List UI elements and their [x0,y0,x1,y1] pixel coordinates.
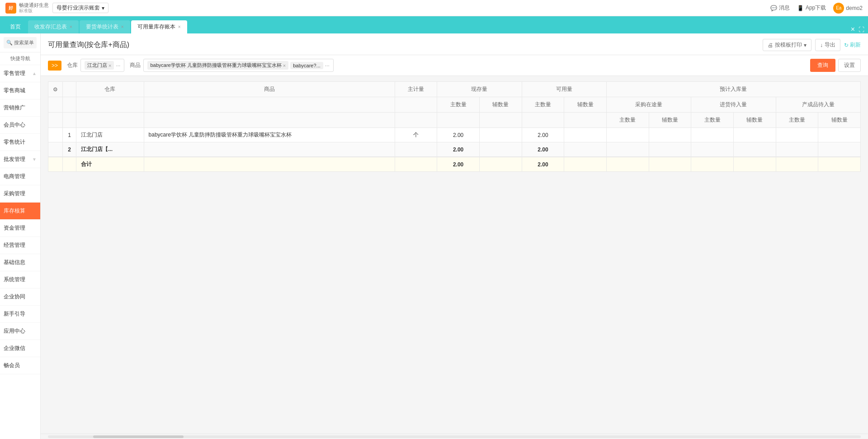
tab-home[interactable]: 首页 [4,20,27,33]
sidebar-item-finance[interactable]: 资金管理 [0,220,40,237]
sidebar-item-retail-mall[interactable]: 零售商城 [0,82,40,99]
tab-order-close[interactable]: × [121,24,124,29]
th-stock-main: 主数量 [437,97,480,113]
td-prod-aux-1 [818,128,861,142]
td-stock-aux-1 [479,128,522,142]
message-btn[interactable]: 💬 消息 [770,4,790,12]
product-more-icon[interactable]: ··· [325,62,330,69]
tab-available-label: 可用量库存账本 [137,23,175,31]
user-menu[interactable]: Ea demo2 [833,3,863,14]
footer-label: 合计 [76,157,144,172]
footer-seq [63,157,76,172]
td-proc-aux-2 [649,142,691,157]
td-seq-1: 1 [63,128,76,142]
query-btn[interactable]: 查询 [810,59,835,72]
tab-receive-close[interactable]: × [70,24,72,29]
tab-order-stats[interactable]: 要货单统计表 × [80,20,130,33]
sidebar: 🔍 搜索菜单 快捷导航 零售管理 ▲ 零售商城 营销推广 会员中心 零售统计 批… [0,33,41,439]
search-menu-btn[interactable]: 🔍 搜索菜单 [4,37,37,48]
sidebar-item-guide[interactable]: 新手引导 [0,306,40,323]
th-settings2 [48,97,63,113]
sidebar-item-wholesale[interactable]: 批发管理 ▼ [0,151,40,168]
th-prod-header: 产成品待入量 [776,97,860,113]
sidebar-item-member-center[interactable]: 会员中心 [0,117,40,134]
th-unit2 [395,97,437,113]
sidebar-item-purchase[interactable]: 采购管理 [0,185,40,203]
product-input[interactable]: babycare学饮杯 儿童防摔防撞吸管杯重力球吸嘴杯宝宝水杯 × babyca… [143,59,333,72]
footer-inc-aux [733,157,776,172]
product-filter-label: 商品 [130,61,141,69]
td-inc-aux-1 [733,128,776,142]
product-tag2: babycare?... [290,62,323,69]
th-available: 可用量 [522,82,606,97]
refresh-icon: ↻ [844,42,849,48]
footer-avail-aux [564,157,607,172]
table-footer-row: 合计 2.00 2.00 [48,157,861,172]
product-filter-group: 商品 babycare学饮杯 儿童防摔防撞吸管杯重力球吸嘴杯宝宝水杯 × bab… [130,59,333,72]
th-settings[interactable]: ⚙ [48,82,63,97]
quick-nav-btn[interactable]: 快捷导航 [0,52,40,65]
td-avail-aux-1 [564,128,607,142]
td-inc-main-2 [691,142,734,157]
warehouse-tag-remove[interactable]: × [108,63,111,68]
warehouse-input[interactable]: 江北门店 × ··· [80,59,124,72]
sidebar-item-marketing[interactable]: 营销推广 [0,99,40,117]
scroll-track[interactable] [48,435,861,438]
td-settings-2 [48,142,63,157]
td-inc-aux-2 [733,142,776,157]
tab-available-stock[interactable]: 可用量库存账本 × [131,20,187,33]
td-warehouse-1: 江北门店 [76,128,144,142]
th-w3 [76,113,144,128]
sidebar-item-member[interactable]: 畅会员 [0,357,40,374]
top-bar-left: 好 畅捷通好生意 标准版 母婴行业演示账套 ▾ [5,2,108,14]
th-proc-header: 采购在途量 [606,97,691,113]
sidebar-item-inventory[interactable]: 库存核算 [0,203,40,220]
nav-close-all: × ⛶ [851,25,864,33]
bottom-scrollbar[interactable] [41,434,868,439]
td-stock-aux-2 [479,142,522,157]
print-icon: 🖨 [768,42,773,48]
product-tag1-remove[interactable]: × [283,63,286,68]
tab-order-label: 要货单统计表 [86,23,118,31]
sidebar-item-retail-mgmt[interactable]: 零售管理 ▲ [0,65,40,82]
th-current-stock: 现存量 [437,82,522,97]
data-table: ⚙ 仓库 商品 主计量 现存量 可用量 预计入库量 [48,81,861,172]
td-stock-main-1: 2.00 [437,128,480,142]
warehouse-more-icon[interactable]: ··· [116,62,120,69]
scroll-thumb[interactable] [93,435,184,438]
td-prod-aux-2 [818,142,861,157]
tab-receive-summary[interactable]: 收发存汇总表 × [28,20,79,33]
th-proc-main: 主数量 [606,113,649,128]
expand-icon[interactable]: ⛶ [859,26,864,33]
tab-receive-label: 收发存汇总表 [34,23,67,31]
filter-toggle-btn[interactable]: >> [48,61,61,71]
sidebar-item-system[interactable]: 系统管理 [0,271,40,288]
sidebar-item-basics[interactable]: 基础信息 [0,254,40,271]
sidebar-item-retail-stats[interactable]: 零售统计 [0,134,40,151]
sidebar-item-app-center[interactable]: 应用中心 [0,323,40,340]
industry-label: 母婴行业演示账套 [57,4,100,12]
th-n3 [63,113,76,128]
td-unit-2 [395,142,437,157]
print-template-btn[interactable]: 🖨 按模板打印 ▾ [763,39,811,51]
export-icon: ↓ [820,42,823,48]
close-all-icon[interactable]: × [851,25,855,33]
footer-prod-aux [818,157,861,172]
refresh-btn[interactable]: ↻ 刷新 [844,41,861,49]
export-btn[interactable]: ↓ 导出 [815,39,840,51]
setting-btn[interactable]: 设置 [838,59,861,72]
warehouse-tag: 江北门店 × [85,61,114,70]
sidebar-item-enterprise[interactable]: 企业协同 [0,288,40,306]
username: demo2 [846,5,863,11]
industry-select[interactable]: 母婴行业演示账套 ▾ [52,3,108,13]
template-tag: 标准版 [19,8,49,14]
th-planned-in: 预计入库量 [606,82,860,97]
app-download-btn[interactable]: 📱 App下载 [797,4,826,12]
logo-area: 好 畅捷通好生意 标准版 [5,2,49,14]
th-main-unit: 主计量 [395,82,437,97]
sidebar-item-wechat[interactable]: 企业微信 [0,340,40,357]
tab-available-close[interactable]: × [178,24,181,29]
sidebar-item-ecommerce[interactable]: 电商管理 [0,168,40,185]
home-tab-label: 首页 [10,23,21,31]
sidebar-item-operations[interactable]: 经营管理 [0,237,40,254]
